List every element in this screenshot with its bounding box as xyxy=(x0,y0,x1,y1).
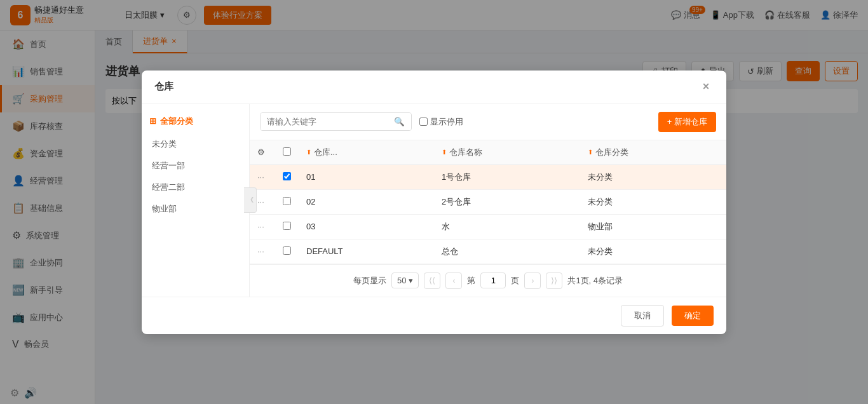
row-name-cell: 2号仓库 xyxy=(434,189,580,214)
chevron-down-icon: ▾ xyxy=(409,276,413,285)
col-category: ⬆ 仓库分类 xyxy=(580,140,726,165)
page-size-label: 每页显示 xyxy=(353,275,386,286)
row-index-cell: DEFAULT xyxy=(299,239,434,264)
row-index-cell: 01 xyxy=(299,165,434,189)
new-warehouse-button[interactable]: + 新增仓库 xyxy=(658,112,716,132)
search-box: 🔍 xyxy=(260,112,412,131)
row-more-icon[interactable]: ··· xyxy=(257,197,264,206)
col-code-label: 仓库... xyxy=(314,147,337,158)
row-checkbox-cell xyxy=(275,239,299,264)
search-input[interactable] xyxy=(261,113,388,130)
collapse-button[interactable]: 《 xyxy=(244,187,257,213)
row-checkbox[interactable] xyxy=(283,197,291,205)
col-gear: ⚙ xyxy=(250,140,275,165)
col-category-label: 仓库分类 xyxy=(595,147,628,158)
row-more-icon[interactable]: ··· xyxy=(257,246,264,256)
category-panel: ⊞ 全部分类 未分类 经营一部 经营二部 物业部 《 xyxy=(142,104,250,297)
row-category-cell: 未分类 xyxy=(580,189,726,214)
col-name-label: 仓库名称 xyxy=(449,147,482,158)
row-more-icon[interactable]: ··· xyxy=(257,222,264,231)
select-all-checkbox[interactable] xyxy=(283,147,291,156)
page-size-select[interactable]: 50 ▾ xyxy=(391,273,419,288)
row-checkbox-cell xyxy=(275,165,299,189)
row-name-cell: 1号仓库 xyxy=(434,165,580,189)
category-header-label: 全部分类 xyxy=(160,116,193,127)
total-info: 共1页, 4条记录 xyxy=(567,275,623,286)
row-checkbox[interactable] xyxy=(283,222,291,230)
pagination: 每页显示 50 ▾ ⟨⟨ ‹ 第 页 › ⟩⟩ 共1页, 4条记录 xyxy=(250,264,726,297)
dialog-header: 仓库 × xyxy=(142,71,726,104)
last-page-button[interactable]: ⟩⟩ xyxy=(546,273,562,289)
category-item-unclassified[interactable]: 未分类 xyxy=(142,133,249,155)
row-category-cell: 物业部 xyxy=(580,214,726,239)
row-index-cell: 03 xyxy=(299,214,434,239)
sort-icon-code: ⬆ xyxy=(306,149,311,156)
dialog-footer: 取消 确定 xyxy=(142,297,726,334)
category-header: ⊞ 全部分类 xyxy=(142,112,249,133)
data-table: ⚙ ⬆ 仓库... ⬆ xyxy=(250,140,726,264)
warehouse-dialog: 仓库 × ⊞ 全部分类 未分类 经营一部 经营二部 物业部 《 xyxy=(142,71,726,334)
first-page-button[interactable]: ⟨⟨ xyxy=(424,273,440,289)
confirm-button[interactable]: 确定 xyxy=(672,306,714,326)
row-category-cell: 未分类 xyxy=(580,239,726,264)
show-disabled-checkbox[interactable] xyxy=(419,118,428,126)
show-disabled-label[interactable]: 显示停用 xyxy=(419,116,463,128)
col-checkbox xyxy=(275,140,299,165)
sort-icon-category: ⬆ xyxy=(588,149,593,156)
overlay[interactable]: 仓库 × ⊞ 全部分类 未分类 经营一部 经营二部 物业部 《 xyxy=(0,0,868,404)
row-checkbox[interactable] xyxy=(283,172,291,180)
page-label: 第 xyxy=(467,275,475,286)
table-row[interactable]: ··· 01 1号仓库 未分类 xyxy=(250,165,726,189)
category-grid-icon: ⊞ xyxy=(149,116,156,126)
category-item-ops1[interactable]: 经营一部 xyxy=(142,155,249,177)
row-checkbox[interactable] xyxy=(283,246,291,255)
table-toolbar: 🔍 显示停用 + 新增仓库 xyxy=(250,104,726,140)
page-unit: 页 xyxy=(511,275,519,286)
row-checkbox-cell xyxy=(275,189,299,214)
category-item-property[interactable]: 物业部 xyxy=(142,198,249,220)
table-area: 🔍 显示停用 + 新增仓库 ⚙ xyxy=(250,104,726,297)
col-name: ⬆ 仓库名称 xyxy=(434,140,580,165)
sort-icon-name: ⬆ xyxy=(442,149,447,156)
table-header-row: ⚙ ⬆ 仓库... ⬆ xyxy=(250,140,726,165)
category-item-ops2[interactable]: 经营二部 xyxy=(142,177,249,198)
row-category-cell: 未分类 xyxy=(580,165,726,189)
cancel-button[interactable]: 取消 xyxy=(621,305,664,327)
table-row[interactable]: ··· 03 水 物业部 xyxy=(250,214,726,239)
table-row[interactable]: ··· DEFAULT 总仓 未分类 xyxy=(250,239,726,264)
search-button[interactable]: 🔍 xyxy=(388,113,411,130)
row-actions-cell: ··· xyxy=(250,214,275,239)
dialog-close-button[interactable]: × xyxy=(698,79,714,95)
row-checkbox-cell xyxy=(275,214,299,239)
next-page-button[interactable]: › xyxy=(524,273,541,289)
row-more-icon[interactable]: ··· xyxy=(257,172,264,182)
row-name-cell: 总仓 xyxy=(434,239,580,264)
row-actions-cell: ··· xyxy=(250,239,275,264)
table-row[interactable]: ··· 02 2号仓库 未分类 xyxy=(250,189,726,214)
row-actions-cell: ··· xyxy=(250,165,275,189)
dialog-title: 仓库 xyxy=(154,81,173,93)
dialog-body: ⊞ 全部分类 未分类 经营一部 经营二部 物业部 《 🔍 xyxy=(142,104,726,297)
prev-page-button[interactable]: ‹ xyxy=(445,273,462,289)
row-index-cell: 02 xyxy=(299,189,434,214)
col-code: ⬆ 仓库... xyxy=(299,140,434,165)
page-number-input[interactable] xyxy=(480,273,506,288)
row-name-cell: 水 xyxy=(434,214,580,239)
